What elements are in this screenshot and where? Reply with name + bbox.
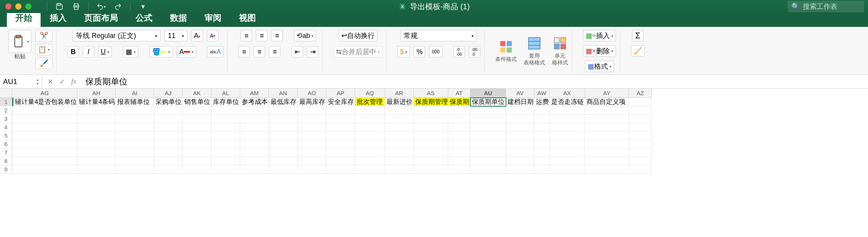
cell-AU6[interactable]	[470, 140, 506, 148]
align-bottom-button[interactable]: ≡	[271, 30, 283, 41]
redo-icon[interactable]	[113, 2, 123, 11]
cell-AN5[interactable]	[269, 132, 298, 140]
cell-AJ3[interactable]	[154, 115, 183, 123]
cell-AU3[interactable]	[470, 115, 506, 123]
row-header-6[interactable]: 6	[0, 140, 12, 148]
cell-AL7[interactable]	[211, 148, 240, 157]
cell-AW9[interactable]	[534, 165, 550, 174]
cell-AX9[interactable]	[550, 165, 585, 174]
cell-AO4[interactable]	[298, 123, 326, 132]
cell-AR4[interactable]	[385, 123, 414, 132]
cell-AZ3[interactable]	[629, 115, 652, 123]
cell-AY7[interactable]	[585, 148, 629, 157]
column-header-AQ[interactable]: AQ	[355, 89, 385, 98]
cell-AG1[interactable]: 辅计量4是否包装单位	[12, 98, 77, 106]
cell-AO2[interactable]	[298, 106, 326, 115]
cell-AN1[interactable]: 最低库存	[269, 98, 298, 106]
copy-button[interactable]: 📋	[35, 44, 52, 55]
format-painter-button[interactable]: 🖌️	[35, 58, 52, 69]
cell-AI7[interactable]	[116, 148, 154, 157]
cell-AG4[interactable]	[12, 123, 77, 132]
cell-AP7[interactable]	[326, 148, 355, 157]
cell-AK8[interactable]	[183, 157, 211, 165]
cell-AI2[interactable]	[116, 106, 154, 115]
format-cells-button[interactable]: ▦ 格式	[585, 61, 614, 72]
cell-AJ2[interactable]	[154, 106, 183, 115]
align-left-button[interactable]: ≡	[238, 46, 250, 58]
cell-AQ6[interactable]	[355, 140, 385, 148]
cell-AR7[interactable]	[385, 148, 414, 157]
cell-AJ8[interactable]	[154, 157, 183, 165]
cell-AV2[interactable]	[506, 106, 534, 115]
cell-AN9[interactable]	[269, 165, 298, 174]
column-header-AZ[interactable]: AZ	[629, 89, 652, 98]
decrease-font-button[interactable]: A▾	[207, 30, 218, 41]
cell-AY1[interactable]: 商品自定义项	[585, 98, 629, 106]
fx-icon[interactable]: fx	[71, 77, 76, 86]
column-header-AP[interactable]: AP	[326, 89, 355, 98]
cell-AI5[interactable]	[116, 132, 154, 140]
cell-AG3[interactable]	[12, 115, 77, 123]
cell-AZ8[interactable]	[629, 157, 652, 165]
cell-AZ5[interactable]	[629, 132, 652, 140]
cell-AJ5[interactable]	[154, 132, 183, 140]
cell-AN6[interactable]	[269, 140, 298, 148]
cell-AJ7[interactable]	[154, 148, 183, 157]
cell-AW7[interactable]	[534, 148, 550, 157]
cell-AQ4[interactable]	[355, 123, 385, 132]
row-header-3[interactable]: 3	[0, 115, 12, 123]
increase-indent-button[interactable]: ⇥	[307, 46, 318, 58]
cell-AV6[interactable]	[506, 140, 534, 148]
column-header-AG[interactable]: AG	[12, 89, 77, 98]
cell-AL5[interactable]	[211, 132, 240, 140]
name-box[interactable]: AU1 ▴▾	[0, 75, 42, 88]
column-header-AL[interactable]: AL	[211, 89, 240, 98]
row-header-8[interactable]: 8	[0, 157, 12, 165]
borders-button[interactable]: ▦	[123, 46, 138, 58]
cell-AL1[interactable]: 库存单位	[211, 98, 240, 106]
cell-AW4[interactable]	[534, 123, 550, 132]
cell-AJ1[interactable]: 采购单位	[154, 98, 183, 106]
cell-AI6[interactable]	[116, 140, 154, 148]
cell-AZ9[interactable]	[629, 165, 652, 174]
column-header-AO[interactable]: AO	[298, 89, 326, 98]
cell-AS6[interactable]	[414, 140, 448, 148]
cell-AG7[interactable]	[12, 148, 77, 157]
cell-AK6[interactable]	[183, 140, 211, 148]
formula-input[interactable]	[82, 75, 868, 88]
close-window-icon[interactable]	[5, 3, 11, 10]
cell-AP4[interactable]	[326, 123, 355, 132]
column-header-AJ[interactable]: AJ	[154, 89, 183, 98]
percent-button[interactable]: %	[414, 46, 425, 58]
cell-AL6[interactable]	[211, 140, 240, 148]
cell-AI8[interactable]	[116, 157, 154, 165]
cell-AM7[interactable]	[240, 148, 269, 157]
cell-AH7[interactable]	[77, 148, 116, 157]
cell-AS3[interactable]	[414, 115, 448, 123]
cell-AO3[interactable]	[298, 115, 326, 123]
cell-AQ9[interactable]	[355, 165, 385, 174]
cell-AS8[interactable]	[414, 157, 448, 165]
column-header-AN[interactable]: AN	[269, 89, 298, 98]
column-header-AM[interactable]: AM	[240, 89, 269, 98]
cell-AG5[interactable]	[12, 132, 77, 140]
cell-AZ7[interactable]	[629, 148, 652, 157]
column-header-AS[interactable]: AS	[414, 89, 448, 98]
cell-AI1[interactable]: 报表辅单位	[116, 98, 154, 106]
minimize-window-icon[interactable]	[15, 3, 21, 10]
cell-AY5[interactable]	[585, 132, 629, 140]
undo-icon[interactable]: ▾	[97, 2, 106, 11]
cell-AN8[interactable]	[269, 157, 298, 165]
number-format-select[interactable]: 常规▾	[400, 30, 477, 41]
cell-AK5[interactable]	[183, 132, 211, 140]
cell-AQ1[interactable]: 批次管理	[355, 98, 385, 106]
cell-AN2[interactable]	[269, 106, 298, 115]
cell-AH4[interactable]	[77, 123, 116, 132]
cell-AP6[interactable]	[326, 140, 355, 148]
cell-AU9[interactable]	[470, 165, 506, 174]
cell-AV1[interactable]: 建档日期	[506, 98, 534, 106]
cell-AK9[interactable]	[183, 165, 211, 174]
cell-AY4[interactable]	[585, 123, 629, 132]
cell-AQ5[interactable]	[355, 132, 385, 140]
cell-AX2[interactable]	[550, 106, 585, 115]
